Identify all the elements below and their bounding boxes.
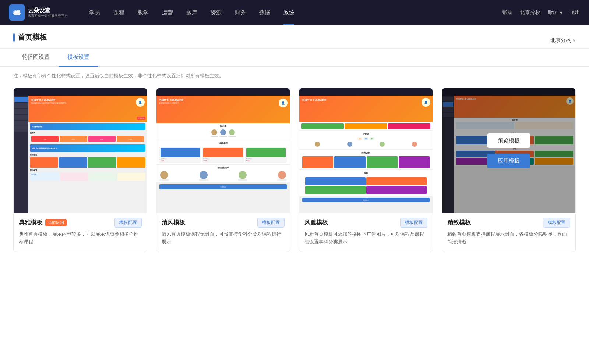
ms-rc-3-1 xyxy=(302,156,333,168)
ms-course-grid-3 xyxy=(302,176,430,195)
branch-link[interactable]: 北京分校 xyxy=(520,9,540,16)
nav-item-data[interactable]: 数据 xyxy=(253,0,277,25)
navbar-right: 帮助 北京分校 lijt01 ▾ 退出 xyxy=(502,9,580,16)
template-preview-2[interactable]: 托福TPO1-54真题及解析口语 口语语法 口语词汇 👤 公开课 xyxy=(156,88,290,213)
ms-rc-3-3 xyxy=(367,156,398,168)
ms-public-title-3: 公开课 xyxy=(302,132,430,136)
ms-rc-3-2 xyxy=(334,156,365,168)
ms-nat-3 xyxy=(238,171,247,181)
nav-item-teaching[interactable]: 教学 xyxy=(131,0,155,25)
nav-item-system[interactable]: 系统 xyxy=(277,0,301,25)
tab-template[interactable]: 模板设置 xyxy=(59,49,98,67)
ms-national-row xyxy=(159,171,287,181)
ms-rec-title-3: 推荐课程 xyxy=(302,151,430,155)
mini-screen-2: 托福TPO1-54真题及解析口语 口语语法 口语词汇 👤 公开课 xyxy=(156,88,290,213)
ms-nat-avatar-4 xyxy=(278,171,286,179)
ms-sidebar-item xyxy=(14,103,28,108)
ms-rec-title-2: 推荐课程 xyxy=(159,142,287,145)
ms-nat-2 xyxy=(199,171,208,181)
template-card-4: 托福TPO1-54真题及解析 👤 公开课 xyxy=(442,88,576,252)
ms-nat-avatar-1 xyxy=(160,171,168,179)
nav-item-questions[interactable]: 题库 xyxy=(180,0,204,25)
ms-course-title-3: 课程 xyxy=(302,172,430,175)
ms-cg-1 xyxy=(305,177,366,185)
mini-screen-3: 托福TPO1-54真题及解析 👤 公开课 ¥0 xyxy=(299,88,433,213)
ms-rec-1 xyxy=(30,157,58,168)
ms-ad-row xyxy=(299,122,433,130)
ms-hero-avatar-3: 👤 xyxy=(422,98,430,107)
template-card-2: 托福TPO1-54真题及解析口语 口语语法 口语词汇 👤 公开课 xyxy=(156,88,290,252)
ms-rec-4 xyxy=(117,157,145,168)
config-btn-3[interactable]: 模板配置 xyxy=(400,218,427,228)
logo-main-text: 云朵设堂 xyxy=(28,7,68,14)
template-overlay-4: 预览模板 应用模板 xyxy=(442,88,575,213)
preview-template-btn[interactable]: 预览模板 xyxy=(487,133,530,148)
ms-sidebar-item xyxy=(14,115,28,120)
tab-carousel[interactable]: 轮播图设置 xyxy=(13,49,59,67)
ms-voc-3 xyxy=(89,173,117,181)
page-header: 首页模板 北京分校 ∨ xyxy=(0,25,589,49)
ms-apply-3: 立即报名 xyxy=(299,196,433,204)
user-menu[interactable]: lijt01 ▾ xyxy=(548,10,562,15)
ms-hero-2: 托福TPO1-54真题及解析口语 口语语法 口语词汇 👤 xyxy=(156,96,290,123)
ms-apply-area: 立即报名 xyxy=(156,182,290,192)
nav-item-courses[interactable]: 课程 xyxy=(107,0,131,25)
config-btn-1[interactable]: 模板配置 xyxy=(114,218,142,228)
ms-recommend-row xyxy=(28,157,147,168)
template-info-1: 典雅模板 当前应用 模板配置 典雅首页模板，展示内容较多，可以展示优惠券和多个推… xyxy=(14,213,147,252)
template-name-row-1: 典雅模板 当前应用 模板配置 xyxy=(19,218,142,228)
ms-rec-3 xyxy=(88,157,116,168)
ms-rec-price-1: ¥499 xyxy=(161,160,200,161)
ms-course-3: 课程 xyxy=(299,170,433,196)
ms-t3-av1 xyxy=(315,142,320,147)
ms-sidebar-item xyxy=(14,109,28,114)
logo: 云朵设堂 教育机构一站式服务云平台 xyxy=(9,4,68,21)
ms-voc-row: 人工智能 xyxy=(28,172,147,182)
nav-item-students[interactable]: 学员 xyxy=(82,0,107,25)
ms-teacher-3 xyxy=(228,129,236,137)
template-info-4: 精致模板 模板配置 精致首页模板支持课程展示封面，各模板分隔明显，界面简洁清晰 xyxy=(442,213,575,252)
ms-hero-text-3: 托福TPO1-54真题及解析 xyxy=(302,99,430,102)
template-info-2: 清风模板 模板配置 清风首页模板课程无封面，可设置按学科分类对课程进行展示 xyxy=(156,213,290,252)
ms-rec-2 xyxy=(59,157,87,168)
template-grid: 托福TPO1-54真题及解析口语 口语语法 口语词汇·语速语速 听写写作 👤 立… xyxy=(0,85,589,267)
template-desc-1: 典雅首页模板，展示内容较多，可以展示优惠券和多个推荐课程 xyxy=(19,231,142,246)
ms-teacher-avatar-2 xyxy=(220,129,226,135)
template-name-left-2: 清风模板 xyxy=(162,219,185,226)
template-preview-1[interactable]: 托福TPO1-54真题及解析口语 口语语法 口语词汇·语速语速 听写写作 👤 立… xyxy=(14,88,147,213)
nav-item-resources[interactable]: 资源 xyxy=(204,0,228,25)
ms-rec-img-3 xyxy=(246,148,286,157)
ms-coupons: ¥30 ¥200 ¥30 ¥200 xyxy=(28,135,147,143)
page-title-wrap: 首页模板 xyxy=(13,32,47,48)
ms-voc-4 xyxy=(117,173,145,181)
nav-item-finance[interactable]: 财务 xyxy=(228,0,253,25)
ms-t3-av4 xyxy=(412,142,417,147)
logout-link[interactable]: 退出 xyxy=(570,9,580,16)
template-preview-3[interactable]: 托福TPO1-54真题及解析 👤 公开课 ¥0 xyxy=(299,88,433,213)
ms-sidebar-item xyxy=(14,97,28,102)
logo-sub-text: 教育机构一站式服务云平台 xyxy=(28,14,68,18)
ms-teacher-1 xyxy=(211,129,218,137)
template-info-3: 风雅模板 模板配置 风雅首页模板可添加轮播图下广告图片，可对课程及课程包设置学科… xyxy=(299,213,433,252)
branch-selector[interactable]: 北京分校 ∨ xyxy=(550,37,576,44)
logo-text: 云朵设堂 教育机构一站式服务云平台 xyxy=(28,7,68,18)
nav-item-operations[interactable]: 运营 xyxy=(155,0,180,25)
ms-rec-section-2: 推荐课程 PyTorch入门 ¥499 PyTorch入门 ¥499 xyxy=(156,140,290,164)
ms-promo-text: 报名赢优惠课程 xyxy=(32,126,42,128)
ms-nat-4 xyxy=(277,171,287,181)
ms-nat-name-3 xyxy=(238,179,247,181)
config-btn-2[interactable]: 模板配置 xyxy=(257,218,285,228)
ms-hero-text: 托福TPO1-54真题及解析口语 口语语法 口语词汇·语速语速 听写写作 xyxy=(31,99,144,105)
template-preview-4[interactable]: 托福TPO1-54真题及解析 👤 公开课 xyxy=(442,88,575,213)
ms-main: 托福TPO1-54真题及解析口语 口语语法 口语词汇·语速语速 听写写作 👤 立… xyxy=(28,96,147,213)
ms-stat-2: ¥0 xyxy=(364,137,368,140)
ms-national-title: 全国讲师师 xyxy=(159,166,287,169)
title-accent-bar xyxy=(13,33,15,42)
ms-rec-c1: PyTorch入门 ¥499 xyxy=(159,147,201,163)
config-btn-4[interactable]: 模板配置 xyxy=(543,218,570,228)
ms-ad-3 xyxy=(388,123,430,129)
ms-hero-text-2: 托福TPO1-54真题及解析口语 口语语法 口语词汇 xyxy=(159,99,287,105)
apply-template-btn[interactable]: 应用模板 xyxy=(487,154,530,168)
ms-recommend-title: 推荐课程 xyxy=(28,153,147,157)
help-link[interactable]: 帮助 xyxy=(502,9,512,16)
